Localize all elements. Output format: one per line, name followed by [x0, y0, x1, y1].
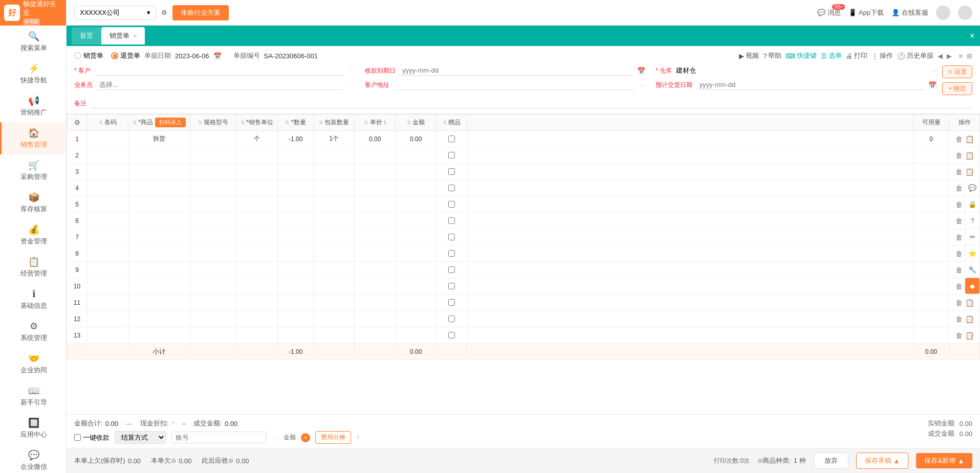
copy-icon[interactable]: 📋: [965, 151, 974, 160]
customer-addr-input[interactable]: [394, 80, 634, 90]
one-click-checkbox[interactable]: [74, 434, 81, 441]
due-date-input[interactable]: [400, 65, 633, 76]
delete-icon[interactable]: 🗑: [955, 135, 963, 143]
sidebar-item-system[interactable]: ⚙ 系统管理: [0, 316, 66, 348]
radio-sales[interactable]: 销货单: [74, 51, 103, 60]
tabbar-close-icon[interactable]: ×: [969, 31, 975, 41]
copy-icon[interactable]: 📋: [965, 315, 974, 323]
float-message[interactable]: 💬: [965, 179, 979, 196]
copy-icon[interactable]: 📋: [965, 299, 974, 307]
btn-save-draft[interactable]: 保存草稿 ▲: [856, 453, 909, 469]
trial-btn[interactable]: 体验行业方案: [172, 5, 229, 20]
expense-btn[interactable]: 费用分摊: [315, 431, 351, 444]
add-payment-btn[interactable]: +: [301, 433, 310, 442]
copy-icon[interactable]: 📋: [965, 135, 974, 143]
remark-input[interactable]: [91, 98, 972, 108]
radio-return[interactable]: 退货单: [111, 51, 140, 60]
messages-btn[interactable]: 💬 消息 99+: [817, 8, 841, 17]
copy-icon[interactable]: 📋: [965, 331, 974, 340]
expense-help-icon[interactable]: ?: [356, 435, 359, 441]
app-download-btn[interactable]: 📱 App下载: [848, 8, 884, 17]
gift-checkbox[interactable]: [448, 217, 455, 224]
sidebar-item-quicknav[interactable]: ⚡ 快捷导航: [0, 58, 66, 90]
float-lock[interactable]: 🔒: [965, 196, 979, 212]
btn-logistics[interactable]: + 物流: [942, 82, 972, 95]
toolbar-choose[interactable]: ☰ 选单: [821, 51, 842, 60]
gift-checkbox[interactable]: [448, 136, 455, 142]
sidebar-item-collab[interactable]: 🤝 企业协同: [0, 348, 66, 380]
sidebar-item-apps[interactable]: 🔲 应用中心: [0, 412, 66, 444]
gift-checkbox[interactable]: [448, 299, 455, 306]
company-selector[interactable]: XXXXXX公司 ▾: [74, 6, 156, 20]
btn-save-new[interactable]: 保存&新增 ▲: [916, 453, 972, 468]
avatar[interactable]: [936, 6, 950, 20]
discount-help-icon[interactable]: ?: [171, 420, 175, 426]
online-service-btn[interactable]: 👤 在线客服: [891, 8, 928, 17]
toolbar-history[interactable]: 🕐 历史单据: [897, 51, 933, 60]
sidebar-item-basic[interactable]: ℹ 基础信息: [0, 283, 66, 316]
delete-icon[interactable]: 🗑: [955, 250, 963, 258]
due-date-calendar-icon[interactable]: 📅: [637, 67, 645, 75]
delete-icon[interactable]: 🗑: [955, 151, 963, 160]
row-price[interactable]: 0.00: [355, 131, 396, 147]
toolbar-print[interactable]: 🖨 打印: [846, 51, 867, 60]
sidebar-item-guide[interactable]: 📖 新手引导: [0, 380, 66, 412]
delete-icon[interactable]: 🗑: [955, 315, 963, 323]
settings-btn[interactable]: ⚙: [161, 9, 167, 16]
delete-icon[interactable]: 🗑: [955, 217, 963, 225]
copy-icon[interactable]: 📋: [965, 168, 974, 176]
toolbar-help[interactable]: ? 帮助: [763, 51, 781, 60]
float-feedback[interactable]: ✏: [965, 229, 979, 245]
gift-checkbox[interactable]: [448, 283, 455, 289]
sidebar-item-finance[interactable]: 💰 资金管理: [0, 219, 66, 251]
delete-icon[interactable]: 🗑: [955, 184, 963, 192]
btn-settings[interactable]: ⊙ 设置: [942, 65, 972, 78]
toolbar-operation[interactable]: ⋮ 操作: [872, 51, 893, 60]
delete-icon[interactable]: 🗑: [955, 299, 963, 307]
float-tools[interactable]: 🔧: [965, 261, 979, 278]
calendar-icon[interactable]: 📅: [213, 52, 222, 60]
addr-dots[interactable]: ···: [640, 81, 646, 89]
scan-btn[interactable]: 扫码录入: [155, 118, 186, 127]
delete-icon[interactable]: 🗑: [955, 233, 963, 241]
nav-next-icon[interactable]: ▶: [947, 52, 952, 60]
sidebar-item-sales[interactable]: 🏠 销售管理: [0, 122, 66, 154]
gift-checkbox[interactable]: [448, 250, 455, 257]
view-list-icon[interactable]: ≡: [959, 52, 963, 60]
toolbar-video[interactable]: ▶ 视频: [739, 51, 759, 60]
tab-sales-order[interactable]: 销货单 ×: [101, 27, 145, 44]
sidebar-item-search[interactable]: 🔍 搜索菜单: [0, 26, 66, 58]
float-orange[interactable]: ◆: [965, 278, 979, 294]
view-grid-icon[interactable]: ⊞: [967, 52, 972, 60]
salesperson-dots[interactable]: ···: [349, 81, 355, 89]
barcode-input[interactable]: [92, 135, 124, 143]
avatar2[interactable]: [958, 6, 972, 20]
tab-close-icon[interactable]: ×: [134, 33, 137, 39]
gift-checkbox[interactable]: [448, 201, 455, 208]
delete-icon[interactable]: 🗑: [955, 331, 963, 340]
gift-checkbox[interactable]: [448, 266, 455, 273]
expected-date-input[interactable]: [696, 80, 924, 90]
account-input[interactable]: [171, 432, 266, 443]
customer-input[interactable]: [95, 65, 343, 76]
gift-checkbox[interactable]: [448, 234, 455, 240]
one-click-payment[interactable]: 一键收款: [74, 433, 110, 442]
delete-icon[interactable]: 🗑: [955, 168, 963, 176]
row-barcode[interactable]: [88, 131, 128, 147]
delete-icon[interactable]: 🗑: [955, 200, 963, 209]
th-settings[interactable]: ⚙: [67, 115, 88, 131]
gift-checkbox[interactable]: [448, 332, 455, 339]
gift-checkbox[interactable]: [448, 152, 455, 159]
expected-date-calendar-icon[interactable]: 📅: [928, 81, 937, 89]
row-qty[interactable]: -1.00: [278, 131, 314, 147]
sidebar-item-management[interactable]: 📋 经营管理: [0, 251, 66, 283]
gift-checkbox[interactable]: [448, 316, 455, 322]
account-dots[interactable]: ···: [273, 434, 278, 441]
toolbar-shortcut[interactable]: ⌨ 快捷键: [786, 51, 817, 60]
float-help[interactable]: ?: [965, 212, 979, 229]
float-star[interactable]: ⭐: [965, 245, 979, 261]
btn-abandon[interactable]: 放弃: [814, 453, 848, 469]
sidebar-item-inventory[interactable]: 📦 库存核算: [0, 187, 66, 219]
delete-icon[interactable]: 🗑: [955, 282, 963, 290]
gift-checkbox[interactable]: [448, 185, 455, 191]
